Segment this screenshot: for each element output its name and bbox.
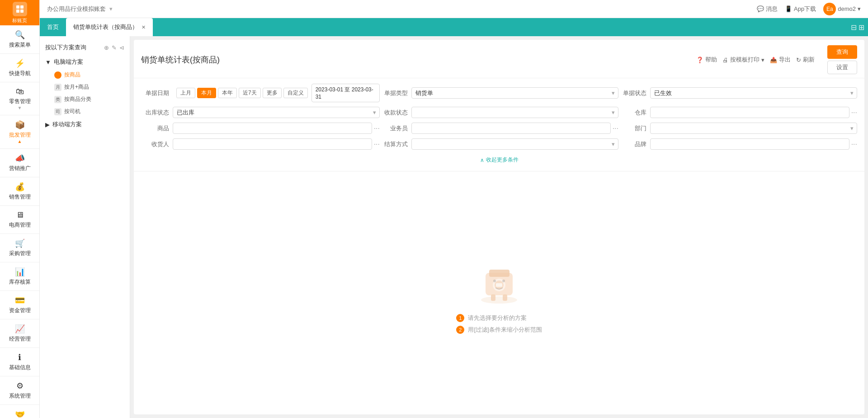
sidebar-item-search[interactable]: 🔍 搜索菜单	[0, 25, 40, 54]
edit-scheme-icon[interactable]: ✎	[112, 44, 117, 51]
brand-dots[interactable]: ···	[851, 140, 857, 148]
shortcut-7days[interactable]: 近7天	[239, 88, 261, 98]
breadcrumb-text: 办公用品行业模拟账套	[47, 5, 106, 13]
page-actions: ❓ 帮助 🖨 按模板打印 ▾ 📤 导出 ↻ 刷新	[696, 45, 857, 74]
filter-col-warehouse: 仓库 ···	[618, 107, 857, 118]
shortcut-this-year[interactable]: 本年	[218, 88, 237, 98]
warehouse-input[interactable]	[650, 107, 849, 118]
inventory-icon: 📊	[15, 267, 25, 277]
sidebar-item-retail[interactable]: 🛍 零售管理 ▼	[0, 82, 40, 115]
warehouse-dots[interactable]: ···	[851, 109, 857, 117]
tab-maximize-icon[interactable]: ⊞	[859, 23, 864, 32]
sidebar-item-finance[interactable]: 💳 资金管理	[0, 291, 40, 319]
shortcut-last-month[interactable]: 上月	[176, 88, 195, 98]
retail-icon: 🛍	[16, 87, 24, 96]
help-btn[interactable]: ❓ 帮助	[696, 56, 717, 64]
salesperson-label: 业务员	[380, 124, 411, 133]
help-icon: ❓	[696, 57, 703, 63]
dept-select[interactable]	[650, 123, 857, 134]
collapse-btn[interactable]: ∧ 收起更多条件	[480, 156, 519, 164]
brand-input[interactable]	[650, 138, 849, 150]
sidebar-item-inventory[interactable]: 📊 库存核算	[0, 262, 40, 291]
message-btn[interactable]: 💬 消息	[757, 5, 778, 13]
user-profile-btn[interactable]: Ea demo2 ▾	[823, 3, 861, 15]
help-label: 帮助	[705, 56, 717, 64]
print-icon: 🖨	[722, 57, 728, 63]
empty-tip-1: 1 请先选择要分析的方案	[456, 314, 542, 322]
shortcut-custom[interactable]: 自定义	[283, 88, 308, 98]
receiver-dots[interactable]: ···	[374, 140, 380, 148]
product-input[interactable]	[173, 123, 372, 134]
user-dropdown-icon: ▾	[858, 5, 861, 12]
corp-icon: 🤝	[15, 409, 25, 418]
doc-type-label: 单据类型	[380, 89, 411, 97]
doc-status-select-wrapper[interactable]: 已生效	[650, 87, 857, 99]
sidebar-item-wholesale[interactable]: 📦 批发管理 ▲	[0, 115, 40, 149]
doc-type-select-wrapper[interactable]: 销货单	[411, 87, 618, 99]
app-logo: 标账页	[0, 0, 40, 25]
basic-icon: ℹ	[18, 352, 21, 362]
payment-select-wrapper[interactable]	[411, 138, 618, 150]
sidebar-item-corp[interactable]: 🤝 企业协同	[0, 405, 40, 418]
tab-report[interactable]: 销货单统计表（按商品） ✕	[66, 18, 153, 36]
refresh-btn[interactable]: ↻ 刷新	[796, 56, 815, 64]
category-icon: 类	[54, 96, 61, 103]
sidebar-item-purchase[interactable]: 🛒 采购管理	[0, 234, 40, 262]
tip-1-text: 请先选择要分析的方案	[468, 314, 527, 322]
date-range-input[interactable]: 2023-03-01 至 2023-03-31	[311, 84, 380, 102]
doc-type-select[interactable]: 销货单	[411, 87, 618, 99]
print-btn[interactable]: 🖨 按模板打印 ▾	[722, 56, 764, 64]
sidebar: 标账页 🔍 搜索菜单 ⚡ 快捷导航 🛍 零售管理 ▼ 📦 批发管理 ▲ 📣 营销…	[0, 0, 40, 418]
tab-report-label: 销货单统计表（按商品）	[73, 23, 138, 31]
tree-child-by-month-product[interactable]: 月 按月+商品	[40, 81, 130, 93]
salesperson-dots[interactable]: ···	[613, 124, 618, 133]
tree-parent-mobile[interactable]: ▶ 移动端方案	[40, 118, 130, 131]
tab-minimize-icon[interactable]: ⊟	[851, 23, 857, 32]
topbar: 办公用品行业模拟账套 ▾ 💬 消息 📱 App下载 Ea demo2 ▾	[40, 0, 868, 18]
purchase-icon: 🛒	[15, 238, 25, 248]
sidebar-item-marketing[interactable]: 📣 营销推广	[0, 149, 40, 177]
out-status-select[interactable]: 已出库	[173, 107, 380, 118]
add-scheme-icon[interactable]: ⊕	[104, 44, 109, 51]
sidebar-item-basic[interactable]: ℹ 基础信息	[0, 348, 40, 376]
tab-home[interactable]: 首页	[40, 18, 66, 36]
warehouse-label: 仓库	[618, 109, 650, 117]
app-download-btn[interactable]: 📱 App下载	[785, 5, 816, 13]
tree-child-by-category[interactable]: 类 按商品分类	[40, 93, 130, 105]
tip-num-1: 1	[456, 314, 464, 322]
receipt-status-select-wrapper[interactable]	[411, 107, 618, 118]
svg-point-10	[493, 280, 496, 282]
export-btn[interactable]: 📤 导出	[770, 56, 791, 64]
sidebar-item-ecom[interactable]: 🖥 电商管理	[0, 206, 40, 234]
sidebar-item-operation[interactable]: 📈 经营管理	[0, 319, 40, 348]
tab-close-icon[interactable]: ✕	[142, 24, 146, 30]
sidebar-item-sales[interactable]: 💰 销售管理	[0, 177, 40, 206]
payment-select[interactable]	[411, 138, 618, 150]
shortcut-more[interactable]: 更多	[263, 88, 282, 98]
collapse-panel-icon[interactable]: ⊲	[119, 44, 124, 51]
breadcrumb-dropdown-icon[interactable]: ▾	[109, 5, 113, 12]
sidebar-item-quick[interactable]: ⚡ 快捷导航	[0, 54, 40, 82]
message-label: 消息	[766, 5, 778, 13]
tree-expand-icon: ▼	[45, 59, 51, 66]
tip-2-text: 用[过滤]条件来缩小分析范围	[468, 326, 542, 334]
salesperson-input[interactable]	[411, 123, 611, 134]
product-dots[interactable]: ···	[374, 124, 380, 133]
doc-status-select[interactable]: 已生效	[650, 87, 857, 99]
receiver-input[interactable]	[173, 138, 372, 150]
settings-button[interactable]: 设置	[827, 61, 857, 74]
tree-child-by-driver[interactable]: 司 按司机	[40, 105, 130, 118]
tree-parent-desktop[interactable]: ▼ 电脑端方案	[40, 55, 130, 69]
sidebar-item-system[interactable]: ⚙ 系统管理	[0, 376, 40, 405]
filter-col-docstatus: 单据状态 已生效	[618, 87, 857, 99]
avatar: Ea	[823, 3, 836, 15]
shortcut-this-month[interactable]: 本月	[197, 88, 216, 98]
receipt-status-select[interactable]	[411, 107, 618, 118]
query-button[interactable]: 查询	[827, 45, 857, 59]
tree-child-by-product[interactable]: 按商品	[40, 69, 130, 81]
tip-num-2: 2	[456, 326, 464, 334]
out-status-select-wrapper[interactable]: 已出库	[173, 107, 380, 118]
dept-select-wrapper[interactable]	[650, 123, 857, 134]
date-shortcuts: 上月 本月 本年 近7天 更多 自定义	[176, 88, 308, 98]
sidebar-item-operation-label: 经营管理	[9, 335, 31, 343]
